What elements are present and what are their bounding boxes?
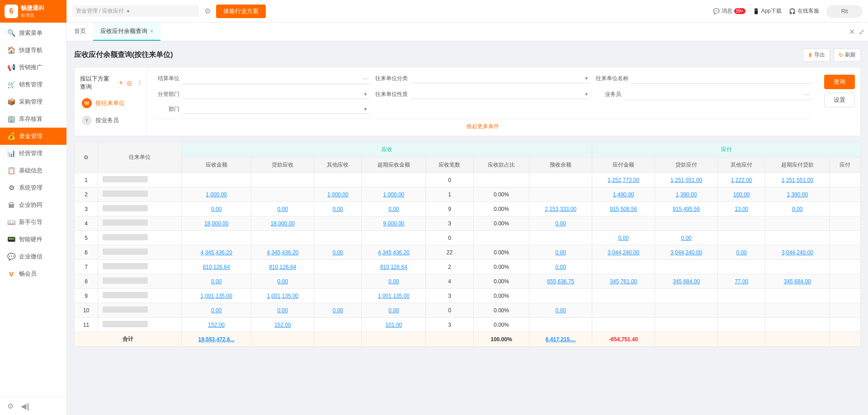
- table-cell-num[interactable]: 1,001,135.00: [362, 289, 426, 303]
- sidebar-item-wechat[interactable]: 💬企业微信: [0, 248, 66, 265]
- sidebar-item-guide[interactable]: 📖新手引导: [0, 214, 66, 231]
- sidebar-item-quick-nav[interactable]: 🏠快捷导航: [0, 42, 66, 59]
- unit-name-input[interactable]: [631, 73, 811, 84]
- refresh-button[interactable]: ↻ 刷新: [834, 48, 861, 62]
- table-cell-num[interactable]: 1,490.00: [592, 187, 655, 202]
- table-cell-num[interactable]: 810,126.64: [182, 260, 251, 274]
- table-cell-num[interactable]: 0.00: [362, 274, 426, 289]
- table-cell-num[interactable]: 0.00: [718, 245, 765, 260]
- table-cell-num[interactable]: 4,345,436.20: [251, 245, 314, 260]
- table-cell-num[interactable]: 0.00: [362, 202, 426, 216]
- unit-nature-select[interactable]: ▼: [410, 90, 591, 99]
- user-avatar[interactable]: Rit: [826, 5, 863, 18]
- table-cell-num[interactable]: 100.00: [718, 187, 765, 202]
- table-cell-num[interactable]: 1,251,551.00: [655, 173, 718, 187]
- table-cell-num[interactable]: 77.00: [718, 274, 765, 289]
- table-cell-num[interactable]: 1,000.00: [314, 187, 362, 202]
- table-cell-num[interactable]: 0.00: [251, 274, 314, 289]
- query-button[interactable]: 查询: [824, 75, 855, 89]
- tab-ar-ap[interactable]: 应收应付余额查询 ×: [93, 23, 160, 41]
- export-button[interactable]: ⬆ 导出: [803, 48, 830, 62]
- circle-settings-icon[interactable]: ◎: [127, 79, 132, 86]
- query-option-by-staff[interactable]: Y 按业务员: [75, 112, 146, 129]
- add-filter-icon[interactable]: +: [119, 79, 123, 87]
- table-cell-num[interactable]: 345,684.00: [765, 274, 830, 289]
- table-cell-num[interactable]: 1,390.00: [765, 187, 830, 202]
- app-download-action[interactable]: 📱 App下载: [753, 7, 782, 15]
- table-cell-num[interactable]: 3,044,240.00: [592, 245, 655, 260]
- sidebar-item-hardware[interactable]: 📟智能硬件: [0, 231, 66, 248]
- department-select[interactable]: ▼: [182, 105, 370, 114]
- table-cell-num[interactable]: 0.00: [655, 231, 718, 245]
- sidebar-item-member[interactable]: V畅会员: [0, 265, 66, 282]
- table-cell-num[interactable]: 3,044,240.00: [655, 245, 718, 260]
- table-cell-num[interactable]: 0.00: [314, 245, 362, 260]
- trial-button[interactable]: 体验行业方案: [216, 5, 266, 18]
- sidebar-item-enterprise[interactable]: 🏛企业协同: [0, 196, 66, 214]
- table-cell-num[interactable]: 0.00: [529, 216, 592, 231]
- table-cell-num[interactable]: 101.00: [362, 318, 426, 332]
- tab-home[interactable]: 首页: [67, 23, 93, 41]
- table-cell-num[interactable]: 3,044,240.00: [765, 245, 830, 260]
- sidebar-item-system[interactable]: ⚙系统管理: [0, 179, 66, 196]
- table-cell-num[interactable]: 1,001,135.00: [251, 289, 314, 303]
- footer-prepay[interactable]: 6,417,215....: [529, 332, 592, 347]
- table-cell-num[interactable]: 915,495.56: [655, 202, 718, 216]
- table-cell-num[interactable]: 4,345,436.20: [362, 245, 426, 260]
- table-cell-num[interactable]: 0.00: [765, 202, 830, 216]
- dept-select[interactable]: ▼: [182, 90, 370, 99]
- close-window-icon[interactable]: ✕: [849, 28, 855, 36]
- table-cell-num[interactable]: 2,153,333.00: [529, 202, 592, 216]
- table-cell-num[interactable]: 0.00: [251, 202, 314, 216]
- collapse-icon[interactable]: ◀‖: [21, 402, 30, 410]
- settings-button[interactable]: 设置: [824, 93, 855, 107]
- sidebar-item-marketing[interactable]: 📢营销推广: [0, 59, 66, 76]
- table-cell-num[interactable]: 1,251,551.00: [765, 173, 830, 187]
- sidebar-item-capital[interactable]: 💰资金管理: [0, 128, 66, 145]
- table-cell-num[interactable]: 4,345,436.20: [182, 245, 251, 260]
- table-cell-num[interactable]: 1,000.00: [362, 187, 426, 202]
- table-cell-num[interactable]: 1,222.00: [718, 173, 765, 187]
- table-cell-num[interactable]: 0.00: [314, 303, 362, 318]
- footer-ar-amount[interactable]: 19,553,472,6...: [182, 332, 251, 347]
- table-cell-num[interactable]: 1,000.00: [182, 187, 251, 202]
- query-option-by-unit[interactable]: W 按往来单位: [75, 95, 146, 112]
- tab-close-icon[interactable]: ×: [150, 28, 153, 34]
- settings-icon[interactable]: ⚙: [203, 5, 212, 17]
- table-cell-num[interactable]: 0.00: [182, 274, 251, 289]
- table-cell-num[interactable]: 18,000.00: [251, 216, 314, 231]
- table-cell-num[interactable]: 0.00: [529, 260, 592, 274]
- table-cell-num[interactable]: 655,636.75: [529, 274, 592, 289]
- settings-bottom-icon[interactable]: ⚙: [7, 402, 14, 410]
- sidebar-item-business[interactable]: 📊经营管理: [0, 145, 66, 162]
- collapse-more-btn[interactable]: 收起更多条件: [467, 123, 499, 129]
- table-cell-num[interactable]: 0.00: [529, 245, 592, 260]
- service-action[interactable]: 🎧 在线客服: [789, 7, 819, 15]
- unit-category-select[interactable]: ▼: [410, 74, 591, 83]
- expand-window-icon[interactable]: ⤢: [859, 28, 864, 36]
- table-cell-num[interactable]: 0.00: [314, 202, 362, 216]
- table-cell-num[interactable]: 810,126.64: [362, 260, 426, 274]
- sidebar-item-sales[interactable]: 🛒销售管理: [0, 76, 66, 93]
- staff-input[interactable]: ···: [624, 89, 811, 100]
- sidebar-item-purchase[interactable]: 📦采购管理: [0, 93, 66, 110]
- table-cell-num[interactable]: 0.00: [529, 303, 592, 318]
- table-cell-num[interactable]: 810,126.64: [251, 260, 314, 274]
- sidebar-item-inventory[interactable]: 🏢库存核算: [0, 110, 66, 128]
- sidebar-item-search[interactable]: 🔍搜索菜单: [0, 24, 66, 42]
- settlement-unit-input[interactable]: ···: [182, 73, 370, 84]
- table-cell-num[interactable]: 1,001,135.00: [182, 289, 251, 303]
- message-action[interactable]: 💬 消息 99+: [713, 7, 745, 15]
- table-cell-num[interactable]: 0.00: [592, 231, 655, 245]
- table-settings-header[interactable]: ⚙: [75, 142, 98, 173]
- table-cell-num[interactable]: 1,252,773.00: [592, 173, 655, 187]
- table-cell-num[interactable]: 152.00: [251, 318, 314, 332]
- table-cell-num[interactable]: 13.00: [718, 202, 765, 216]
- table-cell-num[interactable]: 18,000.00: [182, 216, 251, 231]
- sidebar-item-basic[interactable]: 📋基础信息: [0, 162, 66, 179]
- table-cell-num[interactable]: 0.00: [182, 303, 251, 318]
- table-cell-num[interactable]: 345,684.00: [655, 274, 718, 289]
- table-cell-num[interactable]: 9,000.00: [362, 216, 426, 231]
- table-cell-num[interactable]: 1,390.00: [655, 187, 718, 202]
- table-cell-num[interactable]: 0.00: [251, 303, 314, 318]
